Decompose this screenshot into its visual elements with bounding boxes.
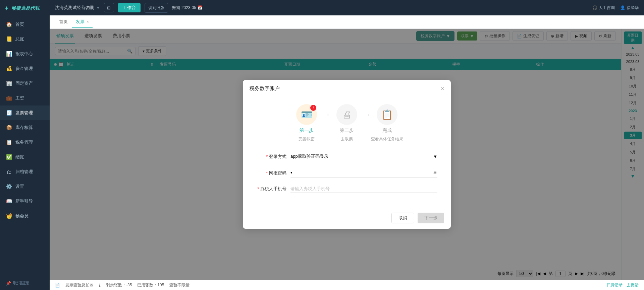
modal-dialog: 税务数字账户 × 🪪 ! (243, 80, 451, 229)
modal-form: * 登录方式 app获取验证码登录 ▼ (256, 152, 437, 193)
next-button[interactable]: 下一步 (418, 213, 444, 223)
company-icon-button[interactable]: ⊞ (104, 3, 114, 12)
phone-label: * 办税人手机号 (256, 186, 286, 192)
feedback-link[interactable]: 去反馈 (627, 282, 639, 288)
step-1-label: 第一步 (300, 128, 314, 134)
user-button[interactable]: 👤 徐泽华 (620, 5, 639, 11)
cut-old-button[interactable]: 切到旧版 (145, 3, 168, 13)
cancel-button[interactable]: 取消 (391, 213, 414, 223)
phone-row: * 办税人手机号 (256, 185, 437, 193)
sidebar-item-ledger[interactable]: 📒 总账 (0, 32, 50, 47)
tabs-bar: 首页 发票 × (50, 15, 644, 29)
tab-invoice-close[interactable]: × (87, 20, 89, 24)
topbar-right: 🎧 人工咨询 👤 徐泽华 (592, 5, 639, 11)
pin-icon: 📌 (6, 281, 11, 286)
step-1-icon-glyph: 🪪 (301, 109, 313, 120)
support-icon: 🎧 (592, 5, 597, 10)
login-method-select[interactable]: app获取验证码登录 ▼ (290, 152, 437, 161)
phone-input[interactable] (290, 185, 437, 193)
sidebar-item-stock[interactable]: 📦 库存核算 (0, 120, 50, 135)
sidebar-item-guide[interactable]: 📖 新手引导 (0, 194, 50, 209)
support-button[interactable]: 🎧 人工咨询 (592, 5, 615, 11)
eye-icon[interactable]: 👁 (433, 170, 437, 175)
period-display: 账期 2023-05 📅 (172, 5, 203, 11)
calendar-icon: 📅 (198, 5, 203, 10)
tax-icon: 📋 (6, 139, 12, 145)
step-2: 🖨 第二步 去取票 (330, 104, 364, 142)
step-1-icon: 🪪 ! (296, 104, 317, 125)
step-3-desc: 查看具体任务结果 (371, 136, 403, 142)
remaining-label: 剩余张数：-35 (106, 282, 132, 288)
check-icon: 📄 (55, 283, 60, 288)
sidebar-item-settle[interactable]: ✅ 结账 (0, 150, 50, 164)
arrow-1-2: → (323, 111, 330, 119)
report-icon: 📊 (6, 51, 12, 57)
sidebar-item-label: 总账 (15, 36, 24, 42)
modal-body: 🪪 ! 第一步 完善账密 → (243, 96, 451, 207)
sidebar-item-settings[interactable]: ⚙️ 设置 (0, 179, 50, 194)
sidebar-item-label: 结账 (15, 154, 24, 160)
step-arrow-2: → (364, 111, 370, 119)
step-2-desc: 去取票 (341, 136, 353, 142)
sidebar-item-salary[interactable]: 💼 工资 (0, 91, 50, 105)
sidebar-item-home[interactable]: 🏠 首页 (0, 17, 50, 32)
sidebar-logo: ✦ 畅捷通易代账 (0, 0, 50, 17)
password-wrap: 👁 (290, 168, 437, 177)
check-label: 发票查验及拍照 (65, 282, 94, 288)
avatar-icon: 👤 (620, 5, 625, 10)
settle-icon: ✅ (6, 154, 12, 160)
settings-icon: ⚙️ (6, 184, 12, 190)
stock-icon: 📦 (6, 125, 12, 131)
member-icon: 👑 (6, 213, 12, 219)
tab-home-label: 首页 (59, 19, 68, 25)
cancel-fixed-button[interactable]: 📌 取消固定 (0, 276, 50, 290)
salary-icon: 💼 (6, 95, 12, 101)
scan-link[interactable]: 扫腾记录 (606, 282, 623, 288)
sidebar-item-label: 资金管理 (15, 66, 33, 72)
home-icon: 🏠 (6, 21, 12, 27)
no-check-label: 查验不限量 (169, 282, 190, 288)
asset-icon: 🏢 (6, 80, 12, 86)
company-selector[interactable]: 沈海英测试经营勿删 ▼ (55, 5, 100, 11)
logo-icon: ✦ (4, 5, 9, 12)
login-method-value: app获取验证码登录 (290, 153, 328, 159)
period-label: 账期 (172, 5, 180, 11)
sidebar-item-fund[interactable]: 💰 资金管理 (0, 61, 50, 76)
sidebar-item-member[interactable]: 👑 畅会员 (0, 209, 50, 223)
bottom-bar: 📄 发票查验及拍照 ℹ 剩余张数：-35 已用张数：195 查验不限量 扫腾记录… (50, 280, 644, 290)
cancel-fixed-label: 取消固定 (13, 280, 29, 286)
used-label: 已用张数：195 (137, 282, 164, 288)
password-input[interactable] (290, 168, 433, 177)
sidebar-item-label: 固定资产 (15, 80, 33, 86)
sidebar-item-label: 新手引导 (15, 198, 33, 204)
sidebar-item-label: 畅会员 (15, 213, 29, 219)
step-3-icon: 📋 (377, 104, 397, 125)
sidebar-item-report[interactable]: 📊 报表中心 (0, 47, 50, 61)
sidebar-item-archive[interactable]: 🗂 归档管理 (0, 164, 50, 179)
step-1-desc: 完善账密 (299, 136, 315, 142)
sidebar-item-label: 报表中心 (15, 51, 33, 57)
modal-title: 税务数字账户 (250, 85, 280, 92)
step-1-badge: ! (310, 105, 316, 111)
workbench-button[interactable]: 工作台 (118, 3, 141, 12)
sidebar-item-invoice[interactable]: 🧾 发票管理 (0, 105, 50, 120)
guide-icon: 📖 (6, 198, 12, 204)
arrow-2-3: → (364, 111, 370, 119)
sidebar-item-label: 工资 (15, 95, 24, 101)
step-2-label: 第二步 (340, 128, 354, 134)
password-label: * 网报密码 (256, 170, 286, 176)
password-row: * 网报密码 👁 (256, 168, 437, 177)
tab-home[interactable]: 首页 (55, 16, 72, 28)
bottom-bar-right: 扫腾记录 去反馈 (606, 282, 639, 288)
sidebar-item-tax[interactable]: 📋 税务管理 (0, 135, 50, 150)
sidebar-item-label: 发票管理 (15, 110, 33, 116)
topbar: 沈海英测试经营勿删 ▼ ⊞ 工作台 切到旧版 账期 2023-05 📅 🎧 人工… (50, 0, 644, 15)
sidebar-item-asset[interactable]: 🏢 固定资产 (0, 76, 50, 91)
tab-invoice-label: 发票 (76, 19, 85, 25)
modal-close-button[interactable]: × (441, 86, 444, 92)
modal-overlay: 税务数字账户 × 🪪 ! (50, 29, 644, 280)
sidebar-item-label: 库存核算 (15, 125, 33, 131)
tab-invoice[interactable]: 发票 × (72, 16, 93, 28)
support-label: 人工咨询 (599, 5, 615, 11)
modal-header: 税务数字账户 × (243, 80, 451, 96)
